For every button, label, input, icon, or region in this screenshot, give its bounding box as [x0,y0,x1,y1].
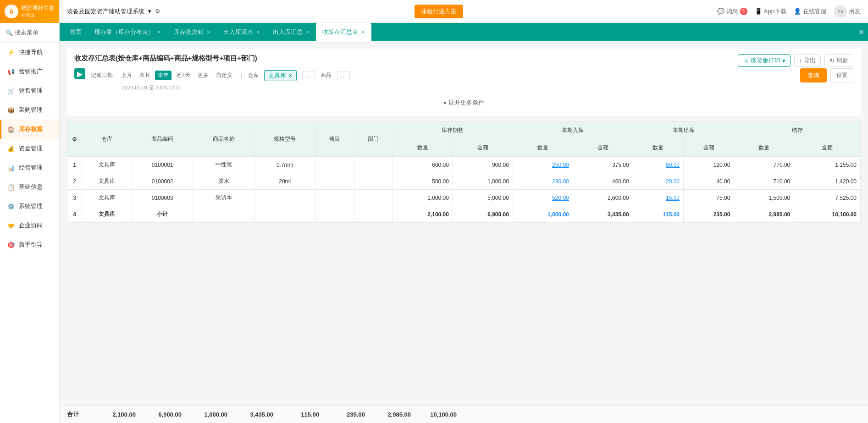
inventory-icon: 🏠 [7,125,15,133]
online-service-button[interactable]: 👤 在线客服 [794,7,827,16]
sidebar-item-operations[interactable]: 📊 经营管理 [0,158,59,177]
print-button[interactable]: 🖨 拣货版打印 ▾ [738,54,791,67]
product-more-button[interactable]: ... [337,71,350,80]
phone-icon: 📱 [755,8,762,15]
col-open-qty-header: 数量 [393,139,453,157]
message-icon: 💬 [717,8,724,15]
data-table-container: ⚙ 仓库 商品编码 商品名称 规格型号 项目 部门 库存期初 本期入库 本期出库… [67,121,861,223]
tab-close-batch-account[interactable]: ✕ [206,29,210,35]
col-settings-header[interactable]: ⚙ [67,122,82,157]
sidebar-item-base-info[interactable]: 📋 基础信息 [0,177,59,197]
date-range-row: 2023-01-01 至 2023-12-31 [91,84,853,91]
tab-close-inventory-dist[interactable]: ✕ [157,29,161,35]
purchase-icon: 📦 [7,106,15,114]
sidebar-item-inventory[interactable]: 🏠 库存核算 [0,120,59,139]
tab-inout-summary[interactable]: 出入库汇总 ✕ [266,23,316,41]
warehouse-more-button[interactable]: ... [302,71,315,80]
date-btn-7days[interactable]: 近7天 [173,71,193,80]
col-out-amt-header: 金额 [684,139,734,157]
base-info-icon: 📋 [7,183,15,191]
col-out-qty-header: 数量 [633,139,683,157]
date-btn-this-month[interactable]: 本月 [137,71,153,80]
footer-in-amt: 3,435.00 [235,411,281,418]
enterprise-icon: 🤝 [7,221,15,230]
col-in-amt-header: 金额 [573,139,633,157]
tab-inventory-dist[interactable]: 现存量（库存分布表） ✕ [88,23,167,41]
col-project-header: 项目 [315,122,354,157]
filter-settings-button[interactable]: 设置 [830,68,853,82]
avatar: Ea [834,5,847,18]
search-menu-button[interactable]: 🔍 搜索菜单 [4,27,55,38]
topbar-left: 装备及固定资产辅助管理系统 ▾ ⚙ [67,7,160,16]
sidebar-item-guide[interactable]: 🎯 新手引导 [0,235,59,254]
sales-icon: 🛒 [7,87,15,95]
col-in-qty-header: 数量 [513,139,573,157]
topbar-right: 💬 消息 6 📱 App下载 👤 在线客服 Ea 用友 [717,5,861,18]
tab-close-collect-summary[interactable]: ✕ [361,29,365,35]
system-icon: ⚙️ [7,202,15,210]
bottom-summary-bar: 合计 2,100.00 6,900.00 1,000.00 3,435.00 1… [60,405,868,423]
sidebar-search-area: 🔍 搜索菜单 [0,23,59,43]
col-bal-amt-header: 金额 [794,139,861,157]
message-badge: 6 [740,8,747,15]
tab-collect-summary[interactable]: 收发存汇总表 ✕ [316,23,371,41]
sidebar-item-system[interactable]: ⚙️ 系统管理 [0,197,59,216]
settings-gear-icon[interactable]: ⚙ [155,8,160,15]
col-spec-header: 规格型号 [254,122,315,157]
export-button[interactable]: ↑ 导出 [794,54,821,67]
table-row: 3文具库0100003采访本1,000.005,000.00520.002,60… [67,190,861,206]
sidebar-item-marketing[interactable]: 📢 营销推广 [0,62,59,81]
service-icon: 👤 [794,8,801,15]
sidebar-item-quick-nav[interactable]: ⚡ 快捷导航 [0,43,59,62]
table-row: 1文具库0100001中性笔0.7mm600.00900.00250.00375… [67,157,861,173]
warehouse-tag-close-button[interactable]: ✕ [288,72,293,79]
sidebar-item-purchase[interactable]: 📦 采购管理 [0,100,59,120]
date-btn-custom[interactable]: 自定义 [213,71,235,80]
warehouse-tag: 文具库 ✕ [264,70,297,81]
footer-bal-amt: 10,100.00 [418,411,464,418]
date-btn-more[interactable]: 更多 [195,71,211,80]
system-dropdown[interactable]: ▾ [148,8,151,15]
sidebar-item-finance[interactable]: 💰 资金管理 [0,139,59,158]
main-content: 装备及固定资产辅助管理系统 ▾ ⚙ 体验行业方案 💬 消息 6 📱 App下载 … [60,0,868,423]
tab-inout-flow[interactable]: 出入库流水 ✕ [217,23,266,41]
date-range-display: 2023-01-01 至 2023-12-31 [122,84,182,91]
expand-more-button[interactable]: ▾ 展开更多条件 [443,99,484,107]
date-group: 上月 本月 本年 近7天 更多 自定义 [118,71,235,80]
topbar: 装备及固定资产辅助管理系统 ▾ ⚙ 体验行业方案 💬 消息 6 📱 App下载 … [60,0,868,23]
tab-close-inout-flow[interactable]: ✕ [256,29,260,35]
message-button[interactable]: 💬 消息 6 [717,7,747,16]
refresh-button[interactable]: ↻ 刷新 [824,54,853,67]
sidebar-item-enterprise[interactable]: 🤝 企业协同 [0,216,59,235]
date-btn-last-month[interactable]: 上月 [118,71,135,80]
filter-toggle-button[interactable]: ▶ [74,68,85,79]
date-btn-this-year[interactable]: 本年 [155,71,171,80]
user-button[interactable]: Ea 用友 [834,5,861,18]
page-header: 收发存汇总表(按仓库+商品编码+商品+规格型号+项目+部门) 🖨 拣货版打印 ▾… [67,49,861,116]
tab-batch-account[interactable]: 库存批次账 ✕ [167,23,217,41]
footer-open-amt: 6,900.00 [143,411,189,418]
sidebar-item-sales[interactable]: 🛒 销售管理 [0,81,59,100]
filter-row: 记账日期 上月 本月 本年 近7天 更多 自定义 | 仓库 文具库 [91,68,853,82]
warehouse-filter-label: 仓库 [248,71,259,79]
marketing-icon: 📢 [7,67,15,76]
product-filter-label: 商品 [321,71,332,79]
tab-bar: 首页 现存量（库存分布表） ✕ 库存批次账 ✕ 出入库流水 ✕ 出入库汇总 ✕ … [60,23,868,41]
trial-button[interactable]: 体验行业方案 [415,5,463,18]
footer-label: 合计 [67,410,79,418]
close-all-tabs-button[interactable]: ✕ [858,28,864,37]
tab-home[interactable]: 首页 [63,23,88,41]
chevron-down-icon: ▾ [148,8,151,15]
col-in-header: 本期入库 [513,122,633,139]
col-dept-header: 部门 [354,122,393,157]
col-balance-header: 结存 [734,122,861,139]
query-button[interactable]: 查询 [800,68,827,82]
chevron-down-icon: ▾ [782,57,785,64]
col-out-header: 本期出库 [633,122,734,139]
guide-icon: 🎯 [7,241,15,249]
table-row: 2文具库0100002胶水20ml500.001,000.00230.00460… [67,173,861,190]
header-actions: 🖨 拣货版打印 ▾ ↑ 导出 ↻ 刷新 [738,54,854,67]
app-download-button[interactable]: 📱 App下载 [755,7,786,16]
quick-nav-icon: ⚡ [7,48,15,56]
tab-close-inout-summary[interactable]: ✕ [305,29,310,35]
